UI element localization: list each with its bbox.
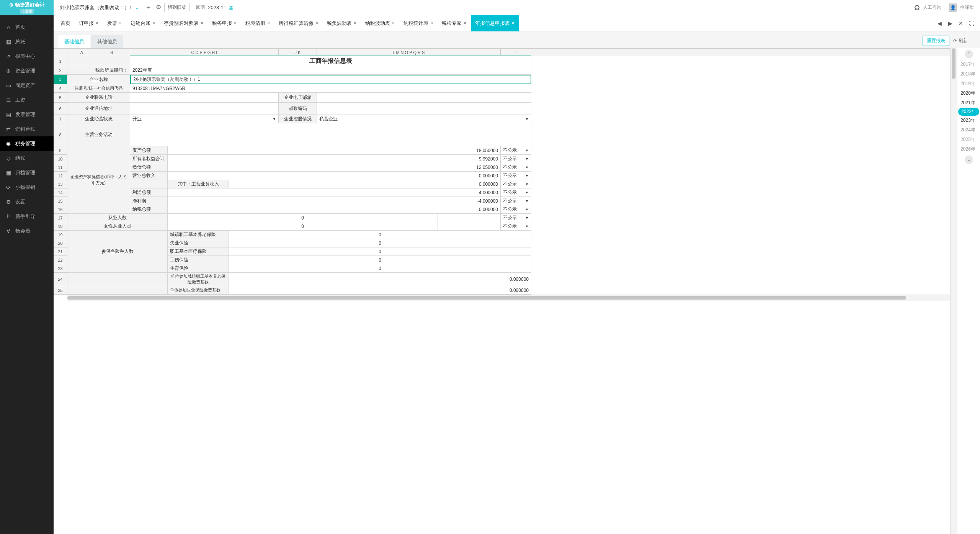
pension-value[interactable]: 0 bbox=[229, 231, 531, 239]
avatar-icon[interactable]: 👤 bbox=[949, 3, 957, 12]
user-name[interactable]: 徐泽华 bbox=[960, 4, 974, 11]
add-icon[interactable]: ＋ bbox=[145, 3, 151, 11]
tax-total-value[interactable]: 0.000000 bbox=[168, 205, 501, 214]
year-2021年[interactable]: 2021年 bbox=[958, 98, 979, 108]
tab-close-all[interactable]: ✕ bbox=[956, 18, 966, 29]
year-2019年[interactable]: 2019年 bbox=[958, 79, 979, 88]
nav-item-7[interactable]: ⇄进销台账 bbox=[0, 122, 54, 136]
revenue-value[interactable]: 0.000000 bbox=[168, 172, 501, 180]
postcode-value[interactable] bbox=[317, 103, 531, 115]
close-icon[interactable]: ✕ bbox=[119, 21, 122, 26]
vertical-scrollbar[interactable] bbox=[950, 48, 957, 534]
tab-2[interactable]: 发票✕ bbox=[103, 15, 126, 31]
gear-icon[interactable]: ⚙ bbox=[156, 3, 161, 11]
sub-tab-other[interactable]: 其他信息 bbox=[91, 35, 123, 48]
close-icon[interactable]: ✕ bbox=[511, 21, 515, 26]
close-icon[interactable]: ✕ bbox=[95, 21, 99, 26]
close-icon[interactable]: ✕ bbox=[392, 21, 395, 26]
tab-3[interactable]: 进销台账✕ bbox=[127, 15, 159, 31]
select-all-corner[interactable] bbox=[54, 49, 67, 56]
tab-10[interactable]: 纳税统计表✕ bbox=[400, 15, 437, 31]
phone-value[interactable] bbox=[130, 93, 279, 103]
spreadsheet[interactable]: AB C D E F G H I J K L M N O P Q R S T bbox=[54, 48, 950, 534]
old-version-button[interactable]: 切到旧版 bbox=[164, 3, 189, 12]
address-value[interactable] bbox=[130, 103, 279, 115]
close-icon[interactable]: ✕ bbox=[200, 21, 204, 26]
nav-item-10[interactable]: ▣归档管理 bbox=[0, 165, 54, 180]
nav-item-14[interactable]: ∀畅会员 bbox=[0, 224, 54, 238]
period-value[interactable]: 2023-11 bbox=[208, 5, 226, 10]
status-select[interactable]: 开业▼ bbox=[130, 115, 279, 123]
col-A-B[interactable]: AB bbox=[67, 49, 130, 56]
profit-value[interactable]: -4.000000 bbox=[168, 188, 501, 197]
holding-select[interactable]: 私营企业▼ bbox=[317, 115, 531, 123]
close-icon[interactable]: ✕ bbox=[267, 21, 270, 26]
calendar-icon[interactable]: ▦ bbox=[229, 5, 234, 11]
horizontal-scrollbar[interactable] bbox=[67, 295, 950, 301]
nav-item-1[interactable]: ▦总账 bbox=[0, 34, 54, 49]
maternity-value[interactable]: 0 bbox=[229, 264, 531, 273]
sub-tab-basic[interactable]: 基础信息 bbox=[58, 35, 90, 48]
col-T[interactable]: T bbox=[501, 49, 531, 56]
tax-period-value[interactable]: 2022年度 bbox=[130, 66, 531, 75]
tab-scroll-right[interactable]: ▶ bbox=[945, 18, 956, 29]
unemploy-base-value[interactable]: 0.000000 bbox=[229, 286, 531, 295]
close-icon[interactable]: ✕ bbox=[430, 21, 433, 26]
reg-code-value[interactable]: 91320811MA7NGR2W6R bbox=[130, 84, 531, 93]
year-2026年[interactable]: 2026年 bbox=[958, 144, 979, 154]
female-employees-value[interactable]: 0 bbox=[168, 222, 438, 231]
tab-0[interactable]: 首页 bbox=[57, 15, 74, 31]
year-2023年[interactable]: 2023年 bbox=[958, 116, 979, 125]
nav-item-4[interactable]: ▭固定资产 bbox=[0, 78, 54, 93]
pension-base-value[interactable]: 0.000000 bbox=[229, 273, 531, 286]
year-scroll-down[interactable]: ⌄ bbox=[965, 156, 973, 164]
tab-12[interactable]: 年报信息申报表✕ bbox=[471, 15, 519, 31]
nav-item-6[interactable]: ▤发票管理 bbox=[0, 107, 54, 122]
tab-9[interactable]: 纳税波动表✕ bbox=[361, 15, 399, 31]
nav-item-9[interactable]: ◇结账 bbox=[0, 151, 54, 165]
nav-item-3[interactable]: ⊕资金管理 bbox=[0, 64, 54, 78]
publish-select[interactable]: 不公示▼ bbox=[501, 222, 531, 231]
tab-8[interactable]: 税负波动表✕ bbox=[323, 15, 361, 31]
nav-item-12[interactable]: ⚙设置 bbox=[0, 195, 54, 209]
publish-select[interactable]: 不公示▼ bbox=[501, 180, 531, 188]
close-icon[interactable]: ✕ bbox=[463, 21, 467, 26]
publish-select[interactable]: 不公示▼ bbox=[501, 146, 531, 155]
total-assets-value[interactable]: 18.050000 bbox=[168, 146, 501, 155]
nav-item-0[interactable]: ⌂首页 bbox=[0, 20, 54, 34]
tab-4[interactable]: 存货别名对照表✕ bbox=[160, 15, 207, 31]
col-L-S[interactable]: L M N O P Q R S bbox=[317, 49, 501, 56]
tab-7[interactable]: 所得税汇算清缴✕ bbox=[275, 15, 322, 31]
company-name-cell[interactable]: 刘小艳演示账套（勿删勿动！）1 bbox=[130, 75, 531, 84]
publish-select[interactable]: 不公示▼ bbox=[501, 197, 531, 205]
email-value[interactable] bbox=[317, 93, 531, 103]
reset-report-button[interactable]: 重置报表 bbox=[923, 36, 949, 46]
nav-item-5[interactable]: ☰工资 bbox=[0, 93, 54, 107]
tab-5[interactable]: 税务申报✕ bbox=[208, 15, 241, 31]
col-J-K[interactable]: J K bbox=[279, 49, 317, 56]
publish-select[interactable]: 不公示▼ bbox=[501, 188, 531, 197]
refresh-button[interactable]: ⟳刷新 bbox=[953, 38, 968, 44]
liabilities-value[interactable]: 12.050000 bbox=[168, 163, 501, 172]
employees-value[interactable]: 0 bbox=[168, 214, 438, 222]
main-biz-value[interactable] bbox=[130, 123, 531, 146]
year-2022年[interactable]: 2022年 bbox=[958, 108, 979, 116]
unemploy-value[interactable]: 0 bbox=[229, 239, 531, 247]
publish-select[interactable]: 不公示▼ bbox=[501, 163, 531, 172]
year-2024年[interactable]: 2024年 bbox=[958, 125, 979, 135]
net-profit-value[interactable]: -4.000000 bbox=[168, 197, 501, 205]
close-icon[interactable]: ✕ bbox=[353, 21, 357, 26]
year-scroll-up[interactable]: ⌃ bbox=[965, 50, 973, 58]
year-2020年[interactable]: 2020年 bbox=[958, 88, 979, 98]
injury-value[interactable]: 0 bbox=[229, 256, 531, 264]
nav-item-2[interactable]: ⇗报表中心 bbox=[0, 49, 54, 64]
support-link[interactable]: 人工咨询 bbox=[923, 4, 941, 11]
year-2025年[interactable]: 2025年 bbox=[958, 135, 979, 144]
tab-fullscreen[interactable]: ⛶ bbox=[966, 18, 977, 29]
publish-select[interactable]: 不公示▼ bbox=[501, 155, 531, 163]
medical-value[interactable]: 0 bbox=[229, 247, 531, 256]
tab-6[interactable]: 税表清册✕ bbox=[242, 15, 274, 31]
nav-item-8[interactable]: ◉税务管理 bbox=[0, 136, 54, 151]
tab-scroll-left[interactable]: ◀ bbox=[934, 18, 945, 29]
tab-11[interactable]: 税检专家✕ bbox=[438, 15, 470, 31]
